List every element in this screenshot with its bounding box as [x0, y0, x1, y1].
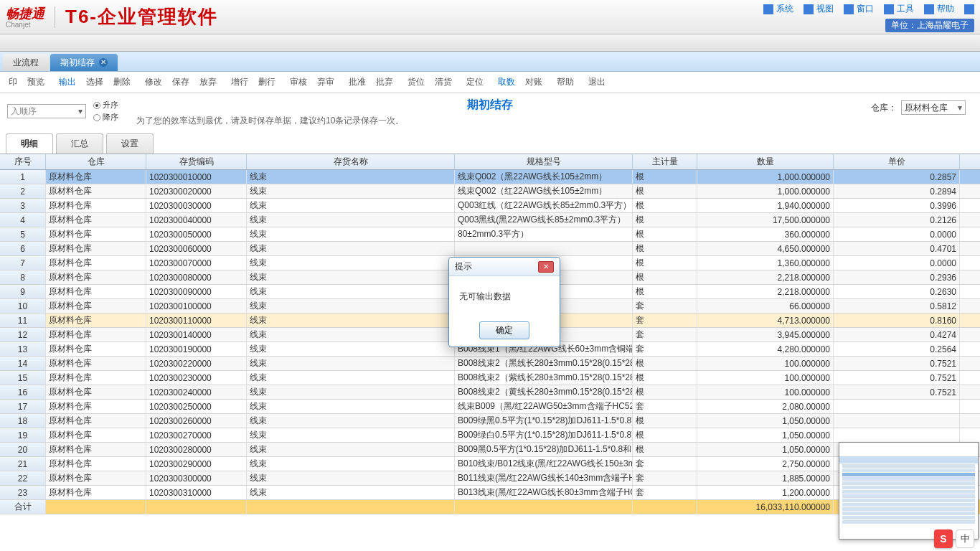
cell[interactable]: 1020300240000	[146, 385, 247, 399]
cell[interactable]: 3	[0, 199, 46, 212]
cell[interactable]: 套	[633, 328, 697, 342]
toolbar-审核[interactable]: 审核	[287, 75, 310, 90]
cell[interactable]: 原材料仓库	[46, 242, 146, 255]
cell[interactable]: 0.2564	[834, 342, 960, 356]
cell[interactable]: 套	[633, 342, 697, 356]
cell[interactable]: 线束B009（黑/红22AWG50±3mm含端子HC5264-T及	[455, 400, 633, 413]
cell[interactable]: 线束	[247, 400, 455, 413]
cell[interactable]: 线束	[247, 285, 455, 298]
cell[interactable]: 11	[0, 314, 46, 327]
toolbar-帮助[interactable]: 帮助	[554, 75, 577, 90]
cell[interactable]: 1020300190000	[146, 342, 247, 356]
cell[interactable]: 0.2126	[834, 213, 960, 227]
cell[interactable]: 0.2630	[834, 285, 960, 298]
cell[interactable]: 13	[0, 342, 46, 356]
col-seq[interactable]: 序号	[0, 154, 46, 169]
cell[interactable]: 线束	[247, 428, 455, 442]
cell[interactable]: 4	[0, 213, 46, 227]
cell[interactable]: 根	[633, 213, 697, 227]
dialog-titlebar[interactable]: 提示 ✕	[449, 258, 560, 276]
cell[interactable]: 0.7521	[834, 357, 960, 370]
cell[interactable]: 线束	[247, 414, 455, 428]
cell[interactable]: 1,000.000000	[697, 170, 834, 184]
cell[interactable]: 0.3996	[834, 199, 960, 212]
cell[interactable]: 原材料仓库	[46, 328, 146, 342]
cell[interactable]: 0.2857	[834, 170, 960, 184]
table-row[interactable]: 14原材料仓库1020300220000线束B008线束2（黑线长280±3mm…	[0, 357, 980, 371]
cell[interactable]: 线束	[247, 357, 455, 370]
cell[interactable]: 0.7521	[834, 385, 960, 399]
table-row[interactable]: 2原材料仓库1020300020000线束线束Q002（红22AWG线长105±…	[0, 184, 980, 199]
cell[interactable]: 线束	[247, 299, 455, 313]
cell[interactable]: 根	[633, 414, 697, 428]
cell[interactable]: B010线束/B012线束(黑/红22AWG线长150±3mm含	[455, 457, 633, 471]
table-row[interactable]: 22原材料仓库1020300300000线束B011线束(黑/红22AWG线长1…	[0, 471, 980, 486]
cell[interactable]: 根	[633, 242, 697, 255]
table-row[interactable]: 1原材料仓库1020300010000线束线束Q002（黑22AWG线长105±…	[0, 170, 980, 184]
cell[interactable]: 12	[0, 328, 46, 342]
cell[interactable]: 原材料仓库	[46, 371, 146, 385]
cell[interactable]: 线束	[247, 184, 455, 198]
toolbar-印[interactable]: 印	[6, 75, 20, 90]
cell[interactable]: 1,200.00000	[697, 486, 834, 499]
cell[interactable]: 线束	[247, 199, 455, 212]
cell[interactable]: 1020300070000	[146, 256, 247, 270]
cell[interactable]: 1,000.000000	[697, 184, 834, 198]
cell[interactable]: 4,713.000000	[697, 314, 834, 327]
cell[interactable]: 原材料仓库	[46, 199, 146, 212]
table-row[interactable]: 3原材料仓库1020300030000线束Q003红线（红22AWG线长85±2…	[0, 199, 980, 213]
cell[interactable]: 1,050.00000	[697, 443, 834, 456]
sort-asc[interactable]: 升序	[93, 100, 118, 110]
toolbar-选择[interactable]: 选择	[83, 75, 106, 90]
cell[interactable]: 套	[633, 299, 697, 313]
cell[interactable]	[834, 428, 960, 442]
cell[interactable]: 原材料仓库	[46, 428, 146, 442]
cell[interactable]: 根	[633, 199, 697, 212]
cell[interactable]	[834, 414, 960, 428]
menu-tools[interactable]: 工具	[884, 3, 914, 15]
cell[interactable]: 原材料仓库	[46, 256, 146, 270]
cell[interactable]: 22	[0, 471, 46, 485]
cell[interactable]: 线束	[247, 371, 455, 385]
toolbar-批准[interactable]: 批准	[346, 75, 369, 90]
col-spec[interactable]: 规格型号	[455, 154, 633, 169]
toolbar-清货[interactable]: 清货	[432, 75, 455, 90]
toolbar-修改[interactable]: 修改	[142, 75, 165, 90]
toolbar-放弃[interactable]: 放弃	[197, 75, 220, 90]
cell[interactable]: 套	[633, 314, 697, 327]
cell[interactable]: 根	[633, 357, 697, 370]
col-code[interactable]: 存货编码	[146, 154, 247, 169]
cell[interactable]	[834, 400, 960, 413]
cell[interactable]: 根	[633, 227, 697, 241]
cell[interactable]: 原材料仓库	[46, 471, 146, 485]
cell[interactable]: 1,050.00000	[697, 428, 834, 442]
cell[interactable]: 0.4701	[834, 242, 960, 255]
cell[interactable]: 1020300300000	[146, 471, 247, 485]
warehouse-select[interactable]: 原材料仓库	[901, 100, 966, 115]
table-row[interactable]: 4原材料仓库1020300040000线束Q003黑线(黑22AWG线长85±2…	[0, 213, 980, 227]
tab-workflow[interactable]: 业流程	[3, 54, 49, 71]
cell[interactable]: B008线束2（黄线长280±3mm0.15*28(0.15*28)	[455, 385, 633, 399]
cell[interactable]: 100.000000	[697, 357, 834, 370]
menu-system[interactable]: 系统	[763, 3, 793, 15]
cell[interactable]: 1020300060000	[146, 242, 247, 255]
cell[interactable]: 17	[0, 400, 46, 413]
inner-tab-detail[interactable]: 明细	[6, 133, 53, 154]
cell[interactable]: 1	[0, 170, 46, 184]
cell[interactable]: Q003红线（红22AWG线长85±2mm0.3平方）	[455, 199, 633, 212]
cell[interactable]: 1020300270000	[146, 428, 247, 442]
cell[interactable]: 1020300280000	[146, 443, 247, 456]
cell[interactable]: 1020300030000	[146, 199, 247, 212]
cell[interactable]: B008线束2（紫线长280±3mm0.15*28(0.15*28)	[455, 371, 633, 385]
cell[interactable]: 套	[633, 457, 697, 471]
inner-tab-summary[interactable]: 汇总	[56, 133, 103, 154]
cell[interactable]: 原材料仓库	[46, 443, 146, 456]
dialog-ok-button[interactable]: 确定	[479, 321, 529, 339]
table-row[interactable]: 15原材料仓库1020300230000线束B008线束2（紫线长280±3mm…	[0, 371, 980, 385]
table-row[interactable]: 18原材料仓库1020300260000线束B009绿黑0.5平方(1*0.15…	[0, 414, 980, 428]
cell[interactable]: 1020300010000	[146, 170, 247, 184]
cell[interactable]: 1,885.00000	[697, 471, 834, 485]
toolbar-批弃[interactable]: 批弃	[373, 75, 396, 90]
cell[interactable]: 线束	[247, 471, 455, 485]
table-row[interactable]: 20原材料仓库1020300280000线束B009黑0.5平方(1*0.15*…	[0, 443, 980, 457]
